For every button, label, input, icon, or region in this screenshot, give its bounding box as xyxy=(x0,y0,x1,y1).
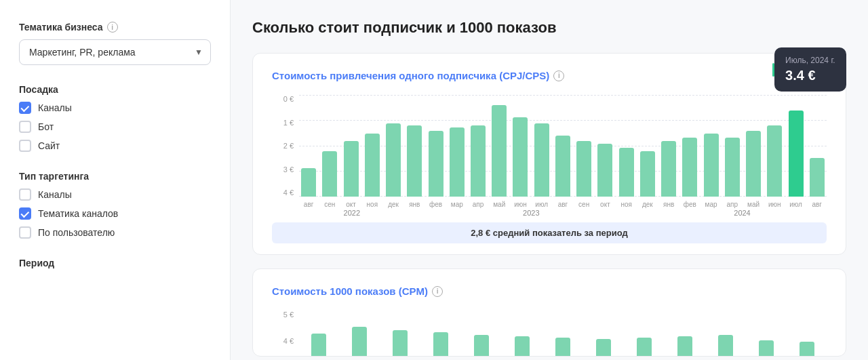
x-label-17: янв xyxy=(659,198,678,209)
x-label-10: июн xyxy=(511,198,530,209)
bar-10[interactable] xyxy=(513,117,528,197)
y-label-3: 3 € xyxy=(272,165,298,174)
x-label-3: ноя xyxy=(363,198,382,209)
landing-label: Посадка xyxy=(19,84,211,95)
bar-12[interactable] xyxy=(555,136,570,197)
bar-0[interactable] xyxy=(301,168,316,197)
x-label-11: июл xyxy=(532,198,551,209)
targeting-user-checkbox[interactable] xyxy=(19,226,31,239)
business-theme-section: Тематика бизнеса i Маркетинг, PR, реклам… xyxy=(19,22,211,65)
x-label-20: апр xyxy=(723,198,742,209)
bar-19[interactable] xyxy=(704,134,719,197)
business-theme-label: Тематика бизнеса i xyxy=(19,22,211,33)
bar-14[interactable] xyxy=(597,144,612,197)
bar-9[interactable] xyxy=(492,105,507,197)
chart2-bar-1[interactable] xyxy=(352,327,367,357)
chart2-bar-0[interactable] xyxy=(311,334,326,357)
chart1-year-labels: 202220232024 xyxy=(299,209,827,217)
bar-20[interactable] xyxy=(725,138,740,197)
chart2-area: 3 € 4 € 5 € xyxy=(272,311,827,357)
bar-8[interactable] xyxy=(471,125,486,197)
targeting-theme-checkbox[interactable] xyxy=(19,207,31,220)
chart2-y-5: 5 € xyxy=(272,311,298,319)
business-theme-select-wrapper: Маркетинг, PR, реклама ▼ xyxy=(19,39,211,65)
chart2-bar-9[interactable] xyxy=(677,336,692,357)
bar-4[interactable] xyxy=(386,123,401,197)
chart2-bar-5[interactable] xyxy=(515,336,530,357)
bar-16[interactable] xyxy=(640,151,655,197)
bar-5[interactable] xyxy=(407,125,422,197)
x-label-8: апр xyxy=(469,198,488,209)
landing-section: Посадка Каналы Бот Сайт xyxy=(19,84,211,152)
bar-6[interactable] xyxy=(429,131,443,197)
x-label-4: дек xyxy=(384,198,403,209)
targeting-label: Тип таргетинга xyxy=(19,171,211,182)
y-label-4: 4 € xyxy=(272,188,298,197)
landing-channels-item[interactable]: Каналы xyxy=(19,102,211,114)
main-content: Сколько стоит подписчик и 1000 показов С… xyxy=(231,0,868,360)
landing-bot-checkbox[interactable] xyxy=(19,121,31,133)
chart2-bar-6[interactable] xyxy=(555,338,570,357)
landing-site-item[interactable]: Сайт xyxy=(19,140,211,152)
bar-24[interactable] xyxy=(810,158,825,197)
bar-17[interactable] xyxy=(661,141,676,197)
chart2-bar-3[interactable] xyxy=(433,332,448,357)
bar-15[interactable] xyxy=(619,148,634,197)
x-label-5: янв xyxy=(405,198,424,209)
chart1-x-labels: авгсеноктноядекянвфевмарапрмайиюниюлавгс… xyxy=(299,198,827,209)
bar-1[interactable] xyxy=(322,151,337,197)
chart2-info-icon[interactable]: i xyxy=(432,286,443,297)
targeting-theme-item[interactable]: Тематика каналов xyxy=(19,207,211,220)
landing-channels-label: Каналы xyxy=(38,102,72,113)
targeting-section: Тип таргетинга Каналы Тематика каналов П… xyxy=(19,171,211,239)
chart1-card: Стоимость привлечения одного подписчика … xyxy=(252,53,846,255)
bar-13[interactable] xyxy=(576,141,591,197)
x-label-6: фев xyxy=(426,198,445,209)
chart2-bar-4[interactable] xyxy=(474,335,489,357)
chart1-container: 4 € 3 € 2 € 1 € 0 € Июль, 2024 г.3.4 € xyxy=(272,95,827,217)
bar-11[interactable] xyxy=(534,123,549,197)
bar-7[interactable] xyxy=(450,127,465,197)
chart2-bar-7[interactable] xyxy=(596,339,611,357)
bar-23[interactable] xyxy=(789,111,804,197)
chart2-title-text: Стоимость 1000 показов (CPM) xyxy=(272,285,428,297)
chart2-bar-11[interactable] xyxy=(759,340,774,357)
bar-22[interactable] xyxy=(767,125,782,197)
targeting-channels-item[interactable]: Каналы xyxy=(19,188,211,201)
chart2-bar-8[interactable] xyxy=(637,338,652,357)
targeting-theme-label: Тематика каналов xyxy=(38,208,118,219)
x-label-23: июл xyxy=(786,198,805,209)
business-theme-info-icon[interactable]: i xyxy=(107,22,118,33)
period-label: Период xyxy=(19,258,211,268)
sidebar: Тематика бизнеса i Маркетинг, PR, реклам… xyxy=(0,0,231,360)
x-label-21: май xyxy=(744,198,763,209)
chart2-bar-12[interactable] xyxy=(800,342,814,357)
targeting-user-item[interactable]: По пользователю xyxy=(19,226,211,239)
x-label-13: сен xyxy=(574,198,593,209)
year-label-2024: 2024 xyxy=(658,209,827,217)
x-label-1: сен xyxy=(320,198,339,209)
y-label-2: 2 € xyxy=(272,142,298,150)
landing-site-checkbox[interactable] xyxy=(19,140,31,152)
chart2-bar-2[interactable] xyxy=(393,330,408,357)
targeting-channels-checkbox[interactable] xyxy=(19,188,31,201)
landing-channels-checkbox[interactable] xyxy=(19,102,31,114)
targeting-checkbox-group: Каналы Тематика каналов По пользователю xyxy=(19,188,211,239)
business-theme-select[interactable]: Маркетинг, PR, реклама xyxy=(19,39,211,65)
period-section: Период xyxy=(19,258,211,268)
targeting-user-label: По пользователю xyxy=(38,227,115,238)
bar-18[interactable] xyxy=(682,138,697,197)
landing-bot-item[interactable]: Бот xyxy=(19,121,211,133)
bar-2[interactable] xyxy=(344,141,359,197)
x-label-22: июн xyxy=(765,198,784,209)
chart2-bar-10[interactable] xyxy=(718,335,733,357)
bar-21[interactable] xyxy=(746,131,761,197)
x-label-0: авг xyxy=(299,198,318,209)
chart2-title: Стоимость 1000 показов (CPM) i xyxy=(272,285,827,297)
y-label-1: 1 € xyxy=(272,119,298,127)
x-label-7: мар xyxy=(448,198,467,209)
landing-site-label: Сайт xyxy=(38,140,60,151)
bar-3[interactable] xyxy=(365,134,380,197)
chart1-info-icon[interactable]: i xyxy=(553,71,564,81)
page-title: Сколько стоит подписчик и 1000 показов xyxy=(252,19,846,37)
